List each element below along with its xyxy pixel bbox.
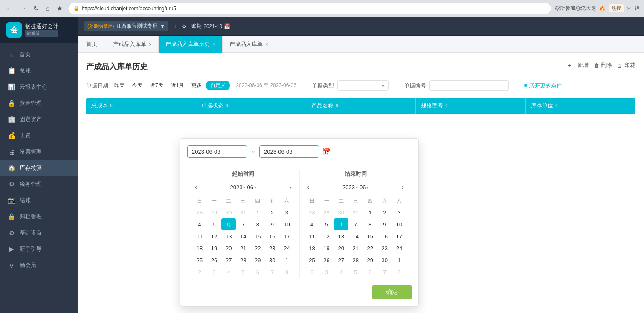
end-month-select[interactable]: 06 ▾ <box>360 184 368 191</box>
calendar-day[interactable]: 11 <box>192 230 207 242</box>
print-button[interactable]: 🖨 印花 <box>617 61 635 69</box>
start-year-select[interactable]: 2023 ▾ <box>230 184 246 191</box>
sidebar-item-payroll[interactable]: 💰 工资 <box>0 128 78 144</box>
date-picker-calendar-icon[interactable]: 📅 <box>322 148 331 156</box>
tab-product-in[interactable]: 产成品入库单 × <box>106 36 159 53</box>
forward-button[interactable]: → <box>18 3 28 14</box>
calendar-day[interactable]: 28 <box>192 206 207 218</box>
shortcut-today[interactable]: 今天 <box>129 81 146 90</box>
calendar-day[interactable]: 29 <box>319 206 334 218</box>
calendar-day[interactable]: 15 <box>363 230 377 242</box>
end-next-button[interactable]: › <box>399 183 406 191</box>
calendar-day[interactable]: 26 <box>207 254 221 266</box>
calendar-day[interactable]: 5 <box>236 266 250 278</box>
calendar-day[interactable]: 止 <box>334 218 348 230</box>
sidebar-item-tax[interactable]: ⚙ 税务管理 <box>0 176 78 192</box>
address-bar[interactable]: 🔒 https://cloud.chanjet.com/accounting/u… <box>68 3 551 14</box>
calendar-day[interactable]: 30 <box>334 206 348 218</box>
calendar-day[interactable]: 31 <box>348 206 363 218</box>
calendar-day[interactable]: 7 <box>265 266 279 278</box>
start-date-input[interactable] <box>187 145 247 158</box>
calendar-day[interactable]: 7 <box>236 218 250 230</box>
sidebar-item-invoice[interactable]: 🖨 发票管理 <box>0 144 78 160</box>
calendar-day[interactable]: 30 <box>377 254 392 266</box>
back-button[interactable]: ← <box>4 3 15 14</box>
tab-close-icon[interactable]: × <box>212 42 215 47</box>
calendar-day[interactable]: 7 <box>377 266 392 278</box>
calendar-day[interactable]: 25 <box>305 254 319 266</box>
home-button[interactable]: ⌂ <box>44 3 52 14</box>
shortcut-1month[interactable]: 近1月 <box>168 81 188 90</box>
calendar-day[interactable]: 23 <box>265 242 279 254</box>
end-year-select[interactable]: 2023 ▾ <box>342 184 358 191</box>
calendar-day[interactable]: 7 <box>348 218 363 230</box>
calendar-day[interactable]: 起 <box>221 218 236 230</box>
calendar-day[interactable]: 19 <box>207 242 221 254</box>
calendar-day[interactable]: 6 <box>363 266 377 278</box>
document-number-input[interactable] <box>429 80 509 91</box>
sidebar-item-guide[interactable]: ▶ 新手引导 <box>0 241 78 257</box>
calendar-day[interactable]: 19 <box>319 242 334 254</box>
calendar-day[interactable]: 28 <box>348 254 363 266</box>
tab-close-icon[interactable]: × <box>265 42 268 47</box>
delete-button[interactable]: 🗑 删除 <box>594 61 612 69</box>
period-calendar-icon[interactable]: 📅 <box>224 23 230 29</box>
calendar-day[interactable]: 16 <box>265 230 279 242</box>
calendar-day[interactable]: 1 <box>250 206 265 218</box>
tab-product-in-2[interactable]: 产成品入库单 × <box>223 36 275 53</box>
calendar-day[interactable]: 15 <box>250 230 265 242</box>
calendar-day[interactable]: 13 <box>221 230 236 242</box>
settings-gear-icon[interactable]: ⚙ <box>182 23 186 29</box>
calendar-day[interactable]: 5 <box>207 218 221 230</box>
th-product-name[interactable]: 产品名称 ⇅ <box>306 98 416 114</box>
calendar-day[interactable]: 2 <box>192 266 207 278</box>
sidebar-item-settings[interactable]: ⚙ 基础设置 <box>0 225 78 241</box>
calendar-day[interactable]: 13 <box>334 230 348 242</box>
calendar-day[interactable]: 4 <box>221 266 236 278</box>
calendar-day[interactable]: 2 <box>377 206 392 218</box>
calendar-day[interactable]: 9 <box>265 218 279 230</box>
calendar-day[interactable]: 8 <box>363 218 377 230</box>
calendar-day[interactable]: 20 <box>334 242 348 254</box>
sidebar-item-reports[interactable]: 📊 云报表中心 <box>0 79 78 95</box>
end-prev-button[interactable]: ‹ <box>305 183 312 191</box>
sidebar-item-home[interactable]: ⌂ 首页 <box>0 46 78 63</box>
calendar-day[interactable]: 29 <box>363 254 377 266</box>
th-spec[interactable]: 规格型号 ⇅ <box>416 98 526 114</box>
sidebar-item-inventory[interactable]: 🏠 库存核算 <box>0 160 78 176</box>
calendar-day[interactable]: 30 <box>265 254 279 266</box>
shortcut-yesterday[interactable]: 昨天 <box>111 81 128 90</box>
calendar-day[interactable]: 16 <box>377 230 392 242</box>
calendar-day[interactable]: 10 <box>279 218 294 230</box>
calendar-day[interactable]: 14 <box>236 230 250 242</box>
add-button[interactable]: + + 新增 <box>568 61 589 69</box>
sidebar-item-checkout[interactable]: 📷 结账 <box>0 192 78 209</box>
calendar-day[interactable]: 31 <box>236 206 250 218</box>
sidebar-item-assets[interactable]: 🏢 固定资产 <box>0 111 78 128</box>
expand-conditions-button[interactable]: ≡ 展开更多条件 <box>524 82 563 90</box>
sidebar-item-ledger[interactable]: 📋 总账 <box>0 63 78 79</box>
refresh-button[interactable]: ↻ <box>32 3 41 14</box>
confirm-button[interactable]: 确定 <box>372 285 412 299</box>
start-prev-button[interactable]: ‹ <box>192 183 200 191</box>
bookmark-button[interactable]: ★ <box>55 3 64 14</box>
calendar-day[interactable]: 24 <box>279 242 294 254</box>
calendar-day[interactable]: 1 <box>392 254 406 266</box>
calendar-day[interactable]: 4 <box>192 218 207 230</box>
company-selector[interactable]: (勿删勿禁用) 江西服宝测试专用 ▼ <box>84 21 168 31</box>
calendar-day[interactable]: 21 <box>348 242 363 254</box>
tab-close-icon[interactable]: × <box>149 42 151 47</box>
sidebar-item-funds[interactable]: 🔒 资金管理 <box>0 95 78 111</box>
calendar-day[interactable]: 21 <box>236 242 250 254</box>
calendar-day[interactable]: 3 <box>392 206 406 218</box>
calendar-day[interactable]: 30 <box>221 206 236 218</box>
sidebar-item-archive[interactable]: 🔒 归档管理 <box>0 209 78 225</box>
th-unit[interactable]: 库存单位 ⇅ <box>526 98 635 114</box>
calendar-day[interactable]: 12 <box>207 230 221 242</box>
calendar-day[interactable]: 5 <box>319 218 334 230</box>
calendar-day[interactable]: 8 <box>392 266 406 278</box>
calendar-day[interactable]: 23 <box>377 242 392 254</box>
calendar-day[interactable]: 12 <box>319 230 334 242</box>
calendar-day[interactable]: 3 <box>207 266 221 278</box>
calendar-day[interactable]: 3 <box>319 266 334 278</box>
